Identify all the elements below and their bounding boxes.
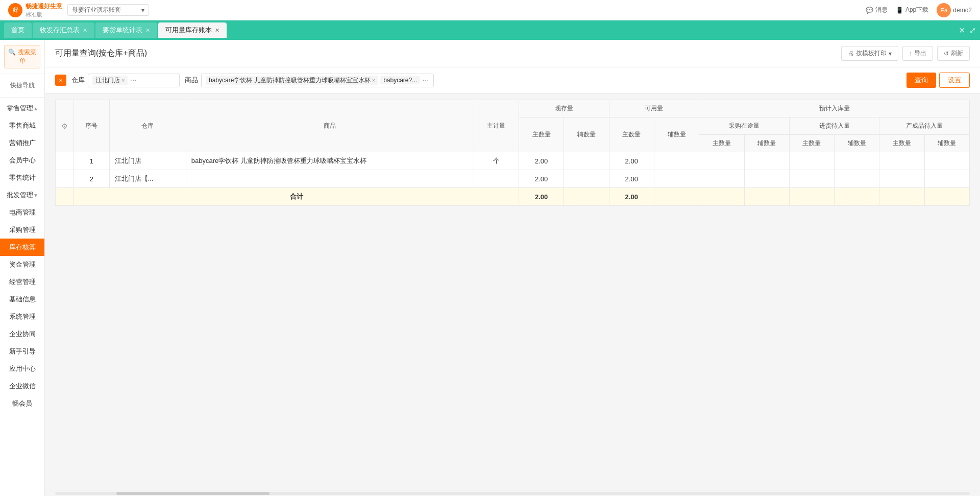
sidebar-item-enterprise-collab[interactable]: 企业协同 bbox=[0, 325, 44, 343]
settings-icon[interactable]: ⚙ bbox=[61, 122, 68, 130]
th-goods-pending: 进货待入量 bbox=[789, 117, 879, 135]
sidebar-item-retail-stats[interactable]: 零售统计 bbox=[0, 169, 44, 186]
remove-product-tag1-button[interactable]: × bbox=[372, 77, 375, 83]
td-no-1: 1 bbox=[74, 152, 110, 170]
content-area: 可用量查询(按仓库+商品) 🖨 按模板打印 ▾ ↑ 导出 ↺ 刷新 bbox=[45, 40, 980, 496]
tab-bar-controls: ✕ ⤢ bbox=[959, 26, 976, 35]
td-avail-main-2: 2.00 bbox=[609, 170, 654, 188]
td-footer-settings bbox=[56, 188, 74, 206]
sidebar-item-member-center[interactable]: 会员中心 bbox=[0, 152, 44, 169]
td-avail-aux-2 bbox=[654, 170, 699, 188]
more-options-icon[interactable]: ··· bbox=[130, 76, 136, 85]
td-pur-transit-main-1 bbox=[699, 152, 744, 170]
td-footer-stock-main: 2.00 bbox=[519, 188, 564, 206]
close-icon[interactable]: ✕ bbox=[83, 27, 87, 34]
td-warehouse-1: 江北门店 bbox=[109, 152, 186, 170]
horizontal-scrollbar[interactable] bbox=[45, 490, 980, 496]
message-button[interactable]: 💬 消息 bbox=[866, 6, 888, 14]
table-row: 1 江北门店 babycare学饮杯 儿童防摔防撞吸管杯重力球吸嘴杯宝宝水杯 个… bbox=[56, 152, 970, 170]
td-footer-avail-aux bbox=[654, 188, 699, 206]
more-products-icon[interactable]: ··· bbox=[422, 76, 429, 85]
top-bar: 好 畅捷通好生意 标准版 母婴行业演示账套 ▾ 💬 消息 📱 App下载 Ea … bbox=[0, 0, 980, 20]
td-unit-2 bbox=[474, 170, 519, 188]
table-area: ⚙ 序号 仓库 商品 主计量 现存量 可用量 预计入库量 主数量 辅数量 主数量 bbox=[45, 93, 980, 490]
product-tag-1: babycare学饮杯 儿童防摔防撞吸管杯重力球吸嘴杯宝宝水杯 × bbox=[206, 76, 378, 85]
sidebar-search-area: 🔍 搜索菜单 bbox=[0, 40, 44, 74]
sidebar-item-operations-mgmt[interactable]: 经营管理 bbox=[0, 273, 44, 291]
filter-toggle-button[interactable]: » bbox=[55, 75, 66, 86]
settings-button[interactable]: 设置 bbox=[939, 73, 970, 88]
tab-available-inventory[interactable]: 可用量库存账本 ✕ bbox=[158, 22, 227, 38]
td-goods-pend-main-1 bbox=[789, 152, 834, 170]
sidebar-item-inventory-check[interactable]: 库存核算 bbox=[0, 239, 44, 256]
td-finished-pend-main-1 bbox=[879, 152, 924, 170]
product-filter-input[interactable]: babycare学饮杯 儿童防摔防撞吸管杯重力球吸嘴杯宝宝水杯 × babyca… bbox=[201, 74, 434, 87]
logo-area: 好 畅捷通好生意 标准版 bbox=[8, 2, 62, 18]
app-download-button[interactable]: 📱 App下载 bbox=[896, 6, 928, 14]
td-pur-transit-aux-1 bbox=[744, 152, 789, 170]
td-no-2: 2 bbox=[74, 170, 110, 188]
export-icon: ↑ bbox=[909, 50, 912, 57]
industry-selector[interactable]: 母婴行业演示账套 ▾ bbox=[67, 4, 149, 16]
warehouse-filter-input[interactable]: 江北门店 × ··· bbox=[88, 74, 180, 87]
sidebar-item-member-plus[interactable]: 畅会员 bbox=[0, 395, 44, 412]
th-goods-pend-aux: 辅数量 bbox=[835, 135, 879, 152]
tab-order-summary[interactable]: 要货单统计表 ✕ bbox=[95, 22, 157, 38]
td-stock-aux-2 bbox=[564, 170, 609, 188]
remove-warehouse-tag-button[interactable]: × bbox=[121, 77, 125, 83]
td-footer-stock-aux bbox=[564, 188, 609, 206]
tab-bar: 首页 收发存汇总表 ✕ 要货单统计表 ✕ 可用量库存账本 ✕ ✕ ⤢ bbox=[0, 20, 980, 40]
logo-text: 畅捷通好生意 标准版 bbox=[26, 2, 62, 18]
close-icon[interactable]: ✕ bbox=[215, 27, 219, 34]
sidebar-item-new-guide[interactable]: 新手引导 bbox=[0, 343, 44, 360]
quick-nav-item[interactable]: 快捷导航 bbox=[0, 78, 44, 93]
export-button[interactable]: ↑ 导出 bbox=[902, 46, 933, 61]
sidebar-item-purchase-mgmt[interactable]: 采购管理 bbox=[0, 221, 44, 239]
th-stock-aux: 辅数量 bbox=[564, 117, 609, 152]
sidebar-item-system-mgmt[interactable]: 系统管理 bbox=[0, 308, 44, 325]
th-finished-pend-aux: 辅数量 bbox=[924, 135, 969, 152]
th-warehouse: 仓库 bbox=[109, 100, 186, 152]
td-finished-pend-aux-2 bbox=[924, 170, 969, 188]
printer-icon: 🖨 bbox=[848, 50, 854, 57]
page-actions: 🖨 按模板打印 ▾ ↑ 导出 ↺ 刷新 bbox=[841, 46, 970, 61]
sidebar-item-app-center[interactable]: 应用中心 bbox=[0, 360, 44, 377]
sidebar-item-basic-info[interactable]: 基础信息 bbox=[0, 291, 44, 308]
sidebar-item-marketing[interactable]: 营销推广 bbox=[0, 134, 44, 152]
tab-receive-summary[interactable]: 收发存汇总表 ✕ bbox=[33, 22, 94, 38]
sidebar-item-ecommerce-mgmt[interactable]: 电商管理 bbox=[0, 204, 44, 221]
scroll-thumb[interactable] bbox=[116, 492, 270, 495]
td-product-2 bbox=[186, 170, 474, 188]
query-button[interactable]: 查询 bbox=[906, 73, 936, 88]
th-stock-main: 主数量 bbox=[519, 117, 564, 152]
th-planned-inbound: 预计入库量 bbox=[699, 100, 970, 117]
search-menu-button[interactable]: 🔍 搜索菜单 bbox=[4, 45, 40, 68]
sidebar-item-finance-mgmt[interactable]: 资金管理 bbox=[0, 256, 44, 273]
close-icon[interactable]: ✕ bbox=[145, 27, 150, 34]
warehouse-filter-group: 仓库 江北门店 × ··· bbox=[71, 74, 180, 87]
expand-icon[interactable]: ⤢ bbox=[969, 26, 976, 35]
table-settings-header: ⚙ bbox=[56, 100, 74, 152]
td-goods-pend-aux-1 bbox=[835, 152, 879, 170]
sidebar-item-retail-mall[interactable]: 零售商城 bbox=[0, 117, 44, 134]
td-unit-1: 个 bbox=[474, 152, 519, 170]
filter-actions: 查询 设置 bbox=[906, 73, 970, 88]
product-filter-group: 商品 babycare学饮杯 儿童防摔防撞吸管杯重力球吸嘴杯宝宝水杯 × bab… bbox=[185, 74, 434, 87]
td-stock-aux-1 bbox=[564, 152, 609, 170]
refresh-button[interactable]: ↺ 刷新 bbox=[937, 46, 970, 61]
user-avatar-button[interactable]: Ea demo2 bbox=[937, 3, 972, 17]
sidebar-item-wholesale-mgmt[interactable]: 批发管理 ▼ bbox=[0, 186, 44, 204]
close-tab-icon[interactable]: ✕ bbox=[959, 26, 965, 35]
print-button[interactable]: 🖨 按模板打印 ▾ bbox=[841, 46, 898, 61]
chevron-down-icon: ▾ bbox=[141, 7, 144, 14]
th-purchase-transit: 采购在途量 bbox=[699, 117, 790, 135]
sidebar-item-enterprise-wechat[interactable]: 企业微信 bbox=[0, 377, 44, 395]
page-title: 可用量查询(按仓库+商品) bbox=[55, 48, 147, 59]
tab-home[interactable]: 首页 bbox=[4, 22, 32, 38]
td-avail-aux-1 bbox=[654, 152, 699, 170]
top-bar-left: 好 畅捷通好生意 标准版 母婴行业演示账套 ▾ bbox=[8, 2, 149, 18]
sidebar-item-retail-mgmt[interactable]: 零售管理 ▲ bbox=[0, 100, 44, 117]
th-no: 序号 bbox=[74, 100, 110, 152]
table-row: 2 江北门店【... 2.00 2.00 bbox=[56, 170, 970, 188]
td-footer-goods-pend-main bbox=[789, 188, 834, 206]
